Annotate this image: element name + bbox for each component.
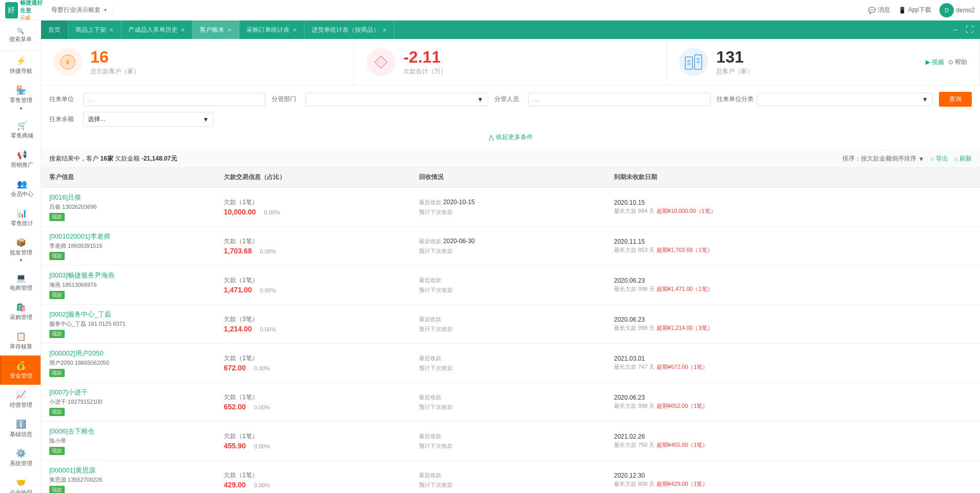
- customer-name-link-5[interactable]: [0007]小进干: [49, 388, 88, 396]
- filter-row-2: 往来余额 选择... ▼: [49, 112, 972, 127]
- category-select[interactable]: ▼: [757, 93, 933, 106]
- customer-phone-7: 黄思源 13552700226: [49, 476, 224, 484]
- tab-close-inventory-stats[interactable]: ✕: [382, 27, 387, 33]
- recovery-1: 最近收款 2020-06-30 预计下次收款: [419, 238, 614, 255]
- retail-mall-icon: 🛒: [17, 121, 27, 130]
- sidebar-item-ecommerce[interactable]: 💻 电商管理: [0, 268, 41, 297]
- table-row: [0002]服务中心_丁磊 服务中心_丁磊 181 0125 8371 现款 欠…: [41, 305, 980, 344]
- sidebar-item-member[interactable]: 👥 会员中心: [0, 174, 41, 203]
- app-container: 好 畅捷通好生意 示威 母婴行业演示账套 ▼ 💬 消息 📱 App下载 D de…: [0, 0, 980, 493]
- video-link[interactable]: ▶ 视频: [926, 58, 944, 67]
- customer-name-link-3[interactable]: [0002]服务中心_丁磊: [49, 310, 111, 318]
- refresh-button[interactable]: ○ 刷新: [954, 154, 972, 163]
- tab-customer-account[interactable]: 客户账本 ✕: [193, 21, 239, 39]
- retail-mgmt-arrow-icon: ▲: [19, 106, 23, 110]
- recovery-0: 最近收款 2020-10-15 预计下次收款: [419, 199, 614, 216]
- debt-info-1: 欠款（1笔） 1,703.68 0.00%: [224, 237, 419, 255]
- person-input[interactable]: ...: [528, 93, 710, 106]
- customer-tag-5: 现款: [49, 408, 65, 416]
- recovery-label-0: 最近收款: [419, 199, 441, 205]
- recovery-next-0: 预计下次收款: [419, 208, 614, 216]
- sidebar-item-quicknav[interactable]: ⚡ 快捷导航: [0, 51, 41, 80]
- stat-label-customers: 总欠款客户（家）: [90, 67, 140, 76]
- data-table: 客户信息 欠款交易信息（占比） 回收情况 到期未收款日期 [0016]吕俊 吕俊…: [41, 168, 980, 493]
- overdue-link-0[interactable]: 超期¥10,000.00（1笔）: [657, 208, 716, 214]
- debt-info-6: 欠款（1笔） 455.90 0.00%: [224, 432, 419, 450]
- tab-close-product-listing[interactable]: ✕: [109, 27, 113, 33]
- stat-icon-customers: ¥: [53, 48, 82, 76]
- customer-name-link-0[interactable]: [0016]吕俊: [49, 193, 81, 201]
- sidebar-item-retail-mgmt[interactable]: 🏪 零售管理 ▲: [0, 80, 41, 115]
- tab-product-listing[interactable]: 商品上下架 ✕: [68, 21, 121, 39]
- customer-phone-1: 李老师 18600391516: [49, 242, 224, 250]
- customer-info-6: [0006]去下粮仓 陈小带 现款: [49, 427, 224, 455]
- tab-close-product-history[interactable]: ✕: [181, 27, 185, 33]
- tab-home[interactable]: 首页: [41, 21, 68, 39]
- search-menu-button[interactable]: 🔍 搜索菜单: [2, 25, 39, 46]
- customer-phone-4: 用户2050 18665062050: [49, 359, 224, 367]
- query-button[interactable]: 查询: [939, 92, 972, 107]
- customer-name-link-4[interactable]: [000002]用户2050: [49, 349, 104, 357]
- recovery-3: 最近收款 预计下次收款: [419, 315, 614, 333]
- due-date-2: 2020.06.23 最长欠款 998 天 超期¥1,471.00（1笔）: [614, 277, 972, 293]
- export-button[interactable]: ○ 导出: [931, 154, 948, 163]
- sidebar-item-basic-info[interactable]: ℹ️ 基础信息: [0, 414, 41, 443]
- app-download-button[interactable]: 📱 App下载: [898, 6, 931, 14]
- tab-purchase-stats[interactable]: 采购订单统计表 ✕: [239, 21, 304, 39]
- tab-maximize-button[interactable]: ⛶: [964, 25, 976, 34]
- sidebar-item-wholesale[interactable]: 📦 批发管理 ▼: [0, 232, 41, 268]
- recovery-7: 最近收款 预计下次收款: [419, 471, 614, 489]
- sidebar-item-inventory[interactable]: 📋 库存核算: [0, 326, 41, 356]
- table-row: [000002]用户2050 用户2050 18665062050 现款 欠款（…: [41, 344, 980, 383]
- sidebar-search-area: 🔍 搜索菜单: [0, 21, 41, 51]
- stat-info-customers: 16 总欠款客户（家）: [90, 49, 140, 76]
- customer-name-link-7[interactable]: [000001]黄思源: [49, 466, 95, 474]
- tab-product-history[interactable]: 产成品入库单历史 ✕: [121, 21, 193, 39]
- sidebar-item-finance[interactable]: 💰 资金管理: [0, 356, 41, 385]
- message-button[interactable]: 💬 消息: [868, 6, 890, 14]
- wholesale-arrow-icon: ▼: [19, 258, 23, 263]
- customer-name-link-1[interactable]: [0001020001]李老师: [49, 232, 110, 240]
- debt-info-7: 欠款（1笔） 429.00 0.00%: [224, 471, 419, 489]
- collapse-button[interactable]: ⋀ 收起更多条件: [489, 131, 533, 144]
- tab-close-customer-account[interactable]: ✕: [227, 27, 232, 33]
- customer-name-link-6[interactable]: [0006]去下粮仓: [49, 427, 94, 435]
- debt-info-2: 欠款（1笔） 1,471.00 0.00%: [224, 276, 419, 294]
- category-dropdown-icon: ▼: [922, 96, 928, 103]
- dept-select[interactable]: ▼: [305, 93, 488, 106]
- sidebar-item-retail-mall[interactable]: 🛒 零售商城: [0, 115, 41, 145]
- recovery-4: 最近收款 预计下次收款: [419, 354, 614, 372]
- help-link[interactable]: ⊙ 帮助: [948, 58, 967, 67]
- tab-minimize-button[interactable]: －: [949, 25, 962, 35]
- tab-inventory-stats[interactable]: 进货单统计表（按商品） ✕: [304, 21, 394, 39]
- balance-select[interactable]: 选择... ▼: [83, 112, 214, 127]
- category-label: 往来单位分类: [717, 95, 754, 104]
- retail-mgmt-icon: 🏪: [16, 85, 26, 95]
- sort-select[interactable]: 排序：按欠款金额倒序排序 ▼: [842, 154, 925, 163]
- customer-phone-0: 吕俊 13026203696: [49, 203, 224, 211]
- customer-name-link-2[interactable]: [0003]畅捷服务尹海燕: [49, 271, 114, 279]
- top-bar: 好 畅捷通好生意 示威 母婴行业演示账套 ▼ 💬 消息 📱 App下载 D de…: [0, 0, 980, 21]
- store-selector[interactable]: 母婴行业演示账套 ▼: [46, 6, 113, 14]
- sidebar-item-retail-stats[interactable]: 📊 零售统计: [0, 203, 41, 232]
- sidebar-item-marketing[interactable]: 📢 营销推广: [0, 145, 41, 174]
- content-area: 首页 商品上下架 ✕ 产成品入库单历史 ✕ 客户账本 ✕ 采购订单统计表 ✕: [41, 21, 980, 493]
- sidebar-item-collab[interactable]: 🤝 企业协同: [0, 472, 41, 493]
- refresh-icon: ○: [954, 155, 958, 163]
- debt-info-5: 欠款（1笔） 652.00 0.00%: [224, 393, 419, 411]
- quicknav-icon: ⚡: [16, 56, 26, 66]
- supplier-input[interactable]: ...: [83, 93, 265, 106]
- sidebar-item-system[interactable]: ⚙️ 系统管理: [0, 443, 41, 472]
- stat-label-debt: 欠款合计（万）: [403, 67, 447, 76]
- table-row: [0003]畅捷服务尹海燕 海燕 18513066976 现款 欠款（1笔） 1…: [41, 266, 980, 305]
- user-menu[interactable]: D demo2: [939, 3, 975, 17]
- debt-inline-0: 10,000.00 0.00%: [224, 207, 419, 216]
- sidebar-item-purchase[interactable]: 🛍️ 采购管理: [0, 297, 41, 326]
- stats-row: ¥ 16 总欠款客户（家）: [41, 39, 980, 86]
- stat-card-actions: ▶ 视频 ⊙ 帮助: [926, 58, 967, 67]
- sidebar-item-operations[interactable]: 📈 经营管理: [0, 385, 41, 414]
- ecommerce-icon: 💻: [16, 273, 26, 283]
- filter-dept: 分管部门 ▼: [272, 93, 488, 106]
- customer-count: 16家: [100, 155, 113, 162]
- tab-close-purchase-stats[interactable]: ✕: [293, 27, 297, 33]
